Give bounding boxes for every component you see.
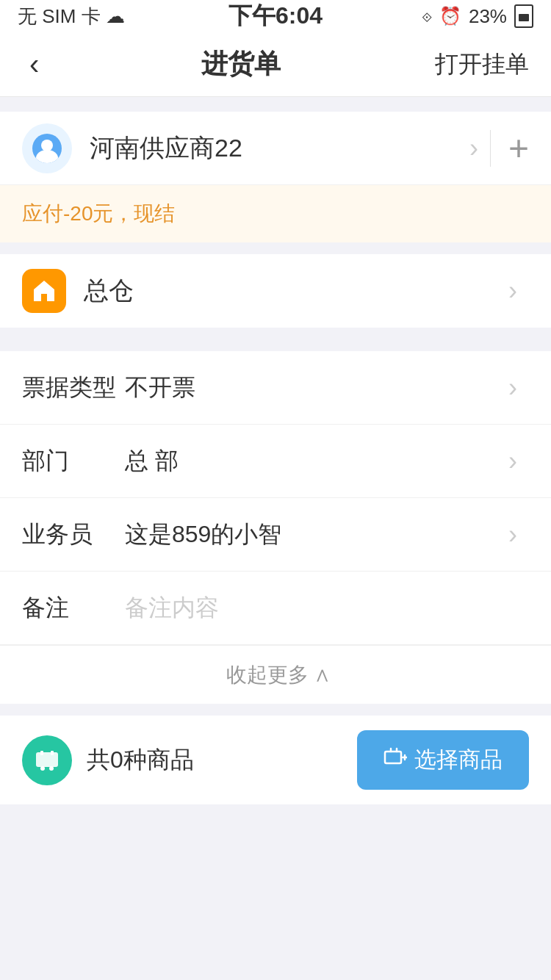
signal-text: 无 SIM 卡 ☁ — [18, 4, 125, 29]
svg-rect-5 — [385, 752, 401, 763]
status-right: ⟐ ⏰ 23% — [422, 4, 533, 28]
status-left: 无 SIM 卡 ☁ — [18, 4, 125, 29]
svg-rect-0 — [36, 752, 58, 767]
warehouse-row[interactable]: 总仓 › — [0, 254, 551, 328]
warehouse-icon — [22, 269, 66, 313]
warehouse-section[interactable]: 总仓 › — [0, 254, 551, 328]
page-container: 无 SIM 卡 ☁ 下午6:04 ⟐ ⏰ 23% ‹ 进货单 打开挂单 河南供应… — [0, 0, 551, 980]
sales-rep-value: 这是859的小智 — [125, 519, 508, 551]
svg-rect-1 — [40, 751, 43, 755]
supplier-section: 河南供应商22 › + 应付-20元，现结 — [0, 112, 551, 242]
department-label: 部门 — [22, 445, 125, 478]
remark-label: 备注 — [22, 592, 125, 624]
sales-rep-row[interactable]: 业务员 这是859的小智 › — [0, 498, 551, 572]
back-button[interactable]: ‹ — [22, 40, 46, 88]
collapse-button[interactable]: 收起更多 ∧ — [0, 645, 551, 704]
svg-point-3 — [40, 766, 45, 771]
select-product-icon — [383, 746, 407, 774]
select-product-button[interactable]: 选择商品 — [357, 730, 529, 790]
invoice-type-row[interactable]: 票据类型 不开票 › — [0, 351, 551, 425]
status-bar: 无 SIM 卡 ☁ 下午6:04 ⟐ ⏰ 23% — [0, 0, 551, 32]
notice-bar: 应付-20元，现结 — [0, 185, 551, 242]
invoice-type-chevron-icon: › — [508, 372, 517, 403]
supplier-row[interactable]: 河南供应商22 › + — [0, 112, 551, 185]
invoice-type-label: 票据类型 — [22, 372, 125, 404]
form-section: 票据类型 不开票 › 部门 总 部 › 业务员 这是859的小智 › 备注 备注… — [0, 351, 551, 704]
warehouse-chevron-icon: › — [508, 275, 517, 306]
battery-text: 23% — [469, 5, 507, 28]
warehouse-name: 总仓 — [84, 274, 508, 308]
location-icon: ⟐ — [422, 6, 432, 26]
remark-row[interactable]: 备注 备注内容 — [0, 572, 551, 645]
sales-rep-label: 业务员 — [22, 519, 125, 551]
page-title: 进货单 — [201, 46, 281, 82]
svg-rect-2 — [51, 751, 54, 755]
status-time: 下午6:04 — [228, 0, 323, 32]
notice-text: 应付-20元，现结 — [22, 202, 175, 225]
remark-input[interactable]: 备注内容 — [125, 592, 529, 624]
supplier-separator — [490, 130, 491, 167]
top-divider — [0, 97, 551, 112]
product-count: 共0种商品 — [87, 744, 357, 777]
avatar-icon — [32, 134, 62, 163]
open-pending-button[interactable]: 打开挂单 — [435, 48, 529, 81]
nav-bar: ‹ 进货单 打开挂单 — [0, 32, 551, 97]
alarm-icon: ⏰ — [439, 6, 461, 26]
department-value: 总 部 — [125, 445, 508, 478]
cart-icon — [33, 746, 61, 774]
svg-point-4 — [49, 766, 54, 771]
supplier-chevron-icon: › — [469, 133, 478, 164]
sales-rep-chevron-icon: › — [508, 519, 517, 550]
middle-divider-2 — [0, 328, 551, 339]
middle-divider-1 — [0, 242, 551, 254]
house-svg-icon — [31, 278, 57, 304]
product-icon — [22, 735, 72, 785]
battery-icon — [514, 4, 533, 28]
collapse-label: 收起更多 ∧ — [226, 661, 331, 689]
supplier-name: 河南供应商22 — [90, 131, 469, 165]
department-row[interactable]: 部门 总 部 › — [0, 425, 551, 498]
add-supplier-button[interactable]: + — [508, 131, 529, 166]
select-product-label: 选择商品 — [414, 745, 503, 775]
supplier-avatar — [22, 123, 72, 173]
product-bar: 共0种商品 选择商品 — [0, 716, 551, 804]
invoice-type-value: 不开票 — [125, 372, 508, 404]
product-divider — [0, 704, 551, 716]
department-chevron-icon: › — [508, 446, 517, 477]
